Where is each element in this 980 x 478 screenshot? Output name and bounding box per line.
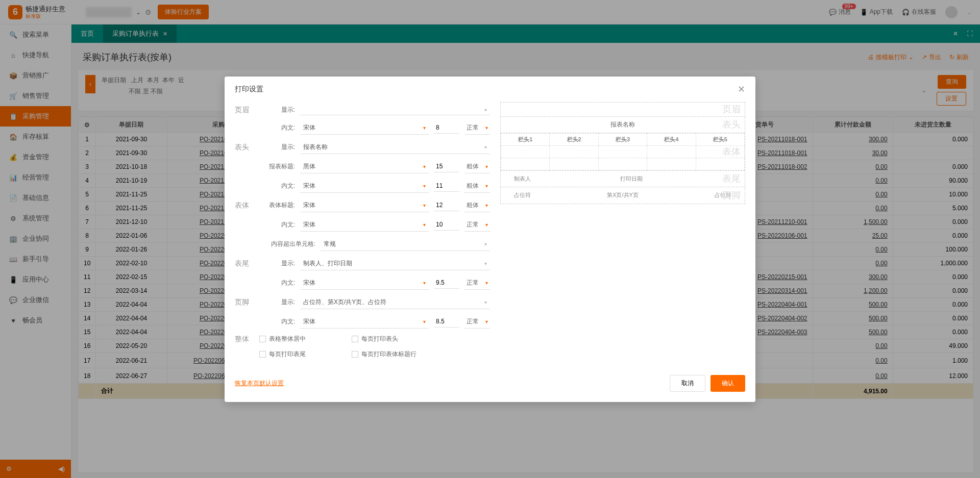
report-title-weight-select[interactable]: 粗体▾ [464, 160, 490, 173]
header-font-select[interactable]: 宋体▾ [300, 121, 429, 135]
restore-default-link[interactable]: 恢复本页默认设置 [235, 379, 284, 388]
tail-font-select[interactable]: 宋体▾ [300, 276, 429, 290]
checkbox-print-body-title[interactable]: 每页打印表体标题行 [352, 350, 416, 359]
footer-weight-select[interactable]: 正常▾ [464, 315, 490, 329]
header-weight-select[interactable]: 正常▾ [464, 121, 490, 135]
body-title-font-select[interactable]: 宋体▾ [300, 199, 429, 212]
tail-display-select[interactable]: 制表人、打印日期▾ [300, 257, 490, 270]
overflow-select[interactable]: 常规▾ [321, 238, 490, 251]
report-title-font-select[interactable]: 黑体▾ [300, 160, 429, 173]
cancel-button[interactable]: 取消 [670, 375, 705, 392]
body-size-input[interactable] [434, 219, 459, 231]
footer-size-input[interactable] [434, 316, 459, 328]
modal-close-icon[interactable]: ✕ [738, 84, 745, 95]
tablehead-weight-select[interactable]: 粗体▾ [464, 180, 490, 193]
body-font-select[interactable]: 宋体▾ [300, 218, 429, 232]
section-tablebody-label: 表体 [235, 201, 254, 210]
footer-font-select[interactable]: 宋体▾ [300, 315, 429, 329]
modal-title: 打印设置 [235, 85, 263, 94]
print-settings-modal: 打印设置 ✕ 页眉 显示: ▾ 内文: 宋体▾ 正常▾ 表头 显示: 报表名称▾ [225, 77, 755, 402]
section-overall-label: 整体 [235, 335, 254, 344]
footer-display-select[interactable]: 占位符、第X页/共Y页、占位符▾ [300, 296, 490, 309]
tablehead-size-input[interactable] [434, 180, 459, 192]
section-footer-label: 页脚 [235, 298, 254, 307]
tablehead-display-select[interactable]: 报表名称▾ [300, 141, 490, 154]
confirm-button[interactable]: 确认 [710, 375, 745, 392]
checkbox-print-tail[interactable]: 每页打印表尾 [259, 350, 306, 359]
body-title-weight-select[interactable]: 粗体▾ [464, 199, 490, 212]
checkbox-print-head[interactable]: 每页打印表头 [352, 335, 398, 343]
body-title-size-input[interactable] [434, 199, 459, 211]
modal-form: 页眉 显示: ▾ 内文: 宋体▾ 正常▾ 表头 显示: 报表名称▾ 报表标题: … [235, 102, 490, 362]
tail-weight-select[interactable]: 正常▾ [464, 276, 490, 290]
section-tablehead-label: 表头 [235, 143, 254, 152]
tablehead-font-select[interactable]: 宋体▾ [300, 180, 429, 193]
checkbox-center[interactable]: 表格整体居中 [259, 335, 306, 343]
header-size-input[interactable] [434, 122, 459, 134]
preview-table: 栏头1栏头2栏头3栏头4栏头5 [501, 133, 745, 170]
section-tabletail-label: 表尾 [235, 259, 254, 268]
report-title-size-input[interactable] [434, 161, 459, 172]
tail-size-input[interactable] [434, 277, 459, 289]
body-weight-select[interactable]: 正常▾ [464, 218, 490, 232]
header-display-select[interactable]: ▾ [300, 105, 490, 115]
print-preview: 页眉 报表名称 表头 栏头1栏头2栏头3栏头4栏头5 表体 制表人 [500, 102, 745, 362]
section-header-label: 页眉 [235, 106, 254, 115]
